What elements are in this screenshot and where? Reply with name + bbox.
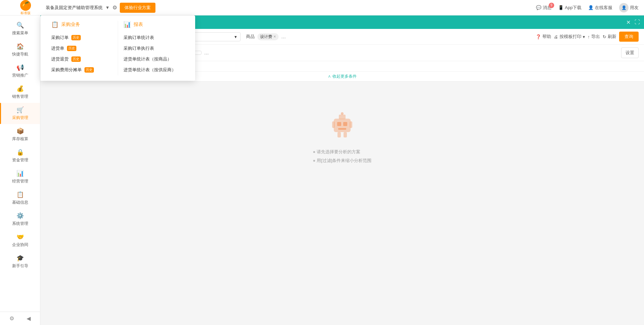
dropdown-item-purchase-order-stat[interactable]: 采购订单统计表 bbox=[123, 32, 185, 43]
empty-state: 请先选择要分析的方案 用[过滤]条件来缩小分析范围 bbox=[40, 82, 644, 192]
sidebar-item-operations[interactable]: 📊 经营管理 bbox=[0, 166, 40, 188]
report-section-title: 报表 bbox=[134, 22, 143, 28]
svg-rect-2 bbox=[343, 122, 347, 126]
svg-rect-6 bbox=[337, 132, 341, 137]
online-service-label: 在线客服 bbox=[595, 5, 612, 11]
dropdown-item-purchase-order-exec[interactable]: 采购订单执行表 bbox=[123, 43, 185, 54]
sidebar-item-system[interactable]: ⚙️ 系统管理 bbox=[0, 209, 40, 230]
svg-rect-5 bbox=[350, 121, 352, 128]
sidebar-item-search[interactable]: 🔍 搜索菜单 bbox=[0, 18, 40, 39]
sidebar-item-quick-nav[interactable]: 🏠 快捷导航 bbox=[0, 39, 40, 60]
svg-rect-3 bbox=[338, 128, 346, 130]
svg-rect-1 bbox=[337, 122, 341, 126]
dropdown-item-goods-in[interactable]: 进货单 历史 bbox=[51, 43, 112, 54]
goods-tag: 设计费 × bbox=[257, 33, 279, 40]
sidebar-label-base-info: 基础信息 bbox=[12, 200, 28, 205]
svg-rect-8 bbox=[339, 115, 346, 119]
sidebar-label-enterprise: 企业协同 bbox=[12, 242, 28, 248]
goods-label: 商品 bbox=[246, 34, 255, 40]
sidebar-item-beginner[interactable]: 🎓 新手引导 bbox=[0, 251, 40, 272]
sidebar-item-finance[interactable]: 🔒 资金管理 bbox=[0, 145, 40, 166]
history-badge-0: 历史 bbox=[71, 35, 81, 40]
search-icon: 🔍 bbox=[16, 22, 24, 29]
sidebar-item-base-info[interactable]: 📋 基础信息 bbox=[0, 188, 40, 209]
message-badge: 9 bbox=[549, 3, 554, 8]
salesman-more-btn[interactable]: ... bbox=[204, 50, 209, 56]
user-label: 用友 bbox=[630, 5, 639, 11]
dropdown-label-gi-by-supplier: 进货单统计表（按供应商） bbox=[123, 67, 176, 73]
help-icon: ❓ bbox=[536, 34, 541, 39]
print-btn[interactable]: 🖨 按模板打印 ▾ bbox=[554, 34, 585, 40]
avatar: 👤 bbox=[619, 3, 629, 12]
sidebar-label-sales: 销售管理 bbox=[12, 94, 28, 99]
help-btn[interactable]: ❓ 帮助 bbox=[536, 34, 551, 40]
goods-filter-group: 商品 设计费 × ... bbox=[246, 33, 286, 40]
sidebar-label-inventory: 库存核算 bbox=[12, 136, 28, 142]
sidebar-item-inventory[interactable]: 📦 库存核算 bbox=[0, 124, 40, 145]
tab-fullscreen-icon[interactable]: ⛶ bbox=[633, 18, 641, 27]
chevron-down-icon: ▾ bbox=[235, 34, 237, 39]
sidebar-item-sales[interactable]: 💰 销售管理 bbox=[0, 82, 40, 103]
sidebar-label-marketing: 营销推广 bbox=[12, 73, 28, 78]
refresh-btn[interactable]: ↻ 刷新 bbox=[603, 34, 616, 40]
logo-subtitle: 标准版 bbox=[21, 11, 31, 15]
help-label: 帮助 bbox=[542, 34, 551, 40]
empty-illustration bbox=[325, 109, 359, 142]
dropdown-item-goods-return[interactable]: 进货退货 历史 bbox=[51, 54, 112, 65]
svg-rect-4 bbox=[332, 121, 335, 128]
system-title: 装备及固定资产辅助管理系统 bbox=[46, 5, 103, 11]
dropdown-item-purchase-expense[interactable]: 采购费用分摊单 历史 bbox=[51, 65, 112, 75]
sidebar-label-operations: 经营管理 bbox=[12, 178, 28, 184]
print-dropdown-icon: ▾ bbox=[583, 34, 585, 39]
purchase-icon: 🛒 bbox=[16, 106, 24, 114]
collapse-label: 收起更多条件 bbox=[332, 74, 357, 79]
sidebar-item-purchase[interactable]: 🛒 采购管理 bbox=[0, 103, 40, 124]
finance-icon: 🔒 bbox=[16, 149, 24, 156]
dropdown-item-goods-in-by-supplier[interactable]: 进货单统计表（按供应商） bbox=[123, 65, 185, 75]
sidebar-label-quick-nav: 快捷导航 bbox=[12, 51, 28, 57]
dropdown-item-purchase-order[interactable]: 采购订单 历史 bbox=[51, 32, 112, 43]
svg-rect-7 bbox=[344, 132, 347, 137]
settings-btn[interactable]: 设置 bbox=[621, 47, 639, 58]
sidebar-bottom: ⚙ ◀ bbox=[0, 312, 40, 325]
sidebar-settings-icon[interactable]: ⚙ bbox=[9, 315, 14, 322]
sidebar-item-enterprise[interactable]: 🤝 企业协同 bbox=[0, 230, 40, 251]
export-icon: ↑ bbox=[588, 34, 590, 39]
goods-more-btn[interactable]: ... bbox=[281, 34, 286, 40]
active-indicator bbox=[0, 103, 1, 124]
query-btn[interactable]: 查询 bbox=[619, 32, 639, 42]
purchase-business-header: 📋 采购业务 bbox=[51, 21, 112, 28]
sidebar-label-finance: 资金管理 bbox=[12, 157, 28, 163]
app-download-action[interactable]: 📱 App下载 bbox=[558, 5, 581, 11]
sidebar-item-marketing[interactable]: 📢 营销推广 bbox=[0, 60, 40, 82]
service-icon: 👤 bbox=[588, 5, 594, 10]
collapse-icon: ∧ bbox=[328, 74, 331, 79]
dropdown-label-po-exec: 采购订单执行表 bbox=[123, 45, 154, 51]
sidebar-label-search: 搜索菜单 bbox=[12, 30, 28, 36]
message-action[interactable]: 💬 消息 9 bbox=[536, 5, 551, 11]
purchase-dropdown-menu: 📋 采购业务 采购订单 历史 进货单 历史 进货退货 历史 采购费用分摊单 历史… bbox=[40, 15, 195, 81]
sales-icon: 💰 bbox=[16, 85, 24, 92]
user-action[interactable]: 👤 用友 bbox=[619, 3, 639, 12]
report-section-icon: 📊 bbox=[123, 21, 131, 28]
home-icon: 🏠 bbox=[16, 43, 24, 50]
system-settings-icon[interactable]: ⚙ bbox=[112, 4, 117, 11]
system-icon: ⚙️ bbox=[16, 212, 24, 219]
online-service-action[interactable]: 👤 在线客服 bbox=[588, 5, 612, 11]
toolbar-actions: ❓ 帮助 🖨 按模板打印 ▾ ↑ 导出 ↻ bbox=[536, 32, 639, 42]
industry-btn[interactable]: 体验行业方案 bbox=[120, 3, 155, 13]
inventory-icon: 📦 bbox=[16, 127, 24, 135]
export-btn[interactable]: ↑ 导出 bbox=[588, 34, 600, 40]
app-download-label: App下载 bbox=[565, 5, 581, 11]
tab-close-all-icon[interactable]: ✕ bbox=[625, 18, 632, 27]
dropdown-label-goods-return: 进货退货 bbox=[51, 56, 69, 62]
tab-right-actions: ✕ ⛶ bbox=[625, 18, 644, 27]
dropdown-label-gi-by-goods: 进货单统计表（按商品） bbox=[123, 56, 172, 62]
sidebar-collapse-icon[interactable]: ◀ bbox=[27, 315, 31, 322]
phone-icon: 📱 bbox=[558, 5, 564, 10]
goods-tag-close[interactable]: × bbox=[274, 34, 276, 39]
dropdown-item-goods-in-by-goods[interactable]: 进货单统计表（按商品） bbox=[123, 54, 185, 65]
title-dropdown-icon[interactable]: ▼ bbox=[105, 5, 110, 10]
empty-tip2: 用[过滤]条件来缩小分析范围 bbox=[313, 156, 372, 165]
refresh-label: 刷新 bbox=[608, 34, 616, 40]
